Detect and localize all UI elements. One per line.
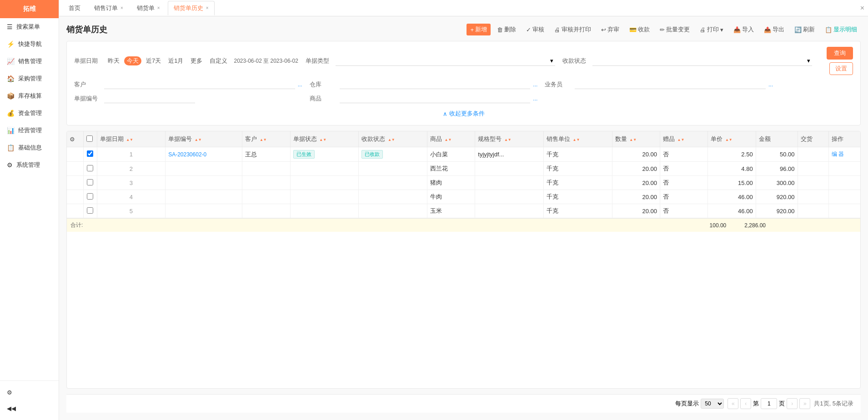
date-shortcut-today[interactable]: 今天 [124, 56, 141, 65]
date-shortcut-more[interactable]: 更多 [188, 56, 205, 65]
salesperson-input[interactable] [575, 80, 766, 89]
col-unit: 销售单位 ▲▼ [543, 131, 612, 147]
sort-gift-icon[interactable]: ▲▼ [677, 138, 685, 142]
sidebar-item-sales-mgmt[interactable]: 📈 销售管理 [0, 53, 59, 70]
table-settings-icon[interactable]: ⚙ [70, 136, 75, 143]
import-button[interactable]: 📥 导入 [730, 24, 758, 35]
new-icon: + [470, 26, 474, 33]
tab-bar-close-all[interactable]: × [860, 4, 864, 12]
sort-doc-date-icon[interactable]: ▲▼ [126, 138, 133, 142]
sort-unit-price-icon[interactable]: ▲▼ [725, 138, 733, 142]
select-all-checkbox[interactable] [86, 135, 93, 142]
page-label-before: 第 [753, 400, 759, 408]
row-doc-no[interactable] [166, 162, 242, 176]
warehouse-input[interactable] [340, 80, 531, 89]
row-goods: 猪肉 [427, 176, 475, 190]
tab-sales-goods-close[interactable]: × [157, 5, 160, 10]
date-shortcut-7days[interactable]: 近7天 [143, 56, 164, 65]
goods-more-icon[interactable]: ... [533, 95, 537, 102]
sidebar-bottom-item-2[interactable]: ◀◀ [0, 400, 59, 416]
sort-doc-no-icon[interactable]: ▲▼ [195, 138, 202, 142]
page-number-input[interactable] [761, 398, 777, 409]
page-prev-button[interactable]: ‹ [740, 398, 751, 409]
show-detail-button[interactable]: 📋 显示明细 [821, 24, 861, 35]
row-qty: 20.00 [612, 162, 660, 176]
row-transaction [798, 176, 828, 190]
row-doc-no[interactable] [166, 204, 242, 218]
row-select-checkbox[interactable] [87, 193, 93, 200]
sidebar-item-purchase-mgmt[interactable]: 🏠 采购管理 [0, 70, 59, 87]
row-customer [242, 204, 290, 218]
row-checkbox [83, 147, 97, 162]
customer-input[interactable] [104, 80, 295, 89]
abandon-button[interactable]: ↩ 弃审 [597, 24, 623, 35]
tab-sales-history[interactable]: 销货单历史 × [168, 1, 215, 15]
row-doc-no[interactable] [166, 190, 242, 204]
page-last-button[interactable]: » [799, 398, 810, 409]
customer-more-icon[interactable]: ... [298, 81, 302, 88]
page-next-button[interactable]: › [787, 398, 798, 409]
collect-icon: 💳 [629, 26, 637, 33]
sidebar-item-search-menu[interactable]: ☰ 搜索菜单 [0, 18, 59, 35]
sort-spec-icon[interactable]: ▲▼ [504, 138, 512, 142]
row-select-checkbox[interactable] [87, 150, 93, 157]
audit-button[interactable]: ✓ 审核 [522, 24, 548, 35]
tab-sales-order-close[interactable]: × [120, 5, 123, 10]
row-doc-status [290, 162, 359, 176]
row-select-checkbox[interactable] [87, 165, 93, 171]
col-collect-status-label: 收款状态 [361, 135, 385, 142]
export-button[interactable]: 📤 导出 [760, 24, 788, 35]
delete-button[interactable]: 🗑 删除 [493, 24, 520, 35]
sys-mgmt-icon: ⚙ [7, 161, 13, 169]
collect-button[interactable]: 💳 收款 [626, 24, 653, 35]
warehouse-more-icon[interactable]: ... [533, 81, 537, 88]
date-shortcut-custom[interactable]: 自定义 [207, 56, 230, 65]
edit-link[interactable]: 编 [832, 151, 837, 157]
tab-home[interactable]: 首页 [63, 1, 86, 15]
sort-unit-icon[interactable]: ▲▼ [573, 138, 580, 142]
col-doc-date: 单据日期 ▲▼ [97, 131, 166, 147]
new-button[interactable]: + 新增 [467, 24, 491, 35]
doc-type-select[interactable]: ▾ [336, 56, 555, 66]
page-size-label: 每页显示 [675, 400, 699, 408]
date-shortcut-1month[interactable]: 近1月 [166, 56, 186, 65]
tab-sales-goods[interactable]: 销货单 × [131, 1, 166, 15]
sort-doc-status-icon[interactable]: ▲▼ [319, 138, 326, 142]
collapse-button[interactable]: ∧ 收起更多条件 [74, 108, 853, 120]
goods-input[interactable] [340, 94, 531, 103]
date-shortcut-yesterday[interactable]: 昨天 [105, 56, 122, 65]
doc-no-link[interactable]: SA-20230602-0 [168, 151, 206, 158]
sort-qty-icon[interactable]: ▲▼ [629, 138, 637, 142]
more-link[interactable]: 器 [838, 151, 844, 157]
salesperson-more-icon[interactable]: ... [768, 81, 773, 88]
filter-item-warehouse: 仓库 ... [310, 80, 538, 89]
audit-print-button[interactable]: 🖨 审核并打印 [551, 24, 595, 35]
sort-collect-status-icon[interactable]: ▲▼ [388, 138, 395, 142]
query-button[interactable]: 查询 [827, 47, 853, 60]
row-transaction [798, 147, 828, 162]
refresh-button[interactable]: 🔄 刷新 [791, 24, 818, 35]
doc-no-input[interactable] [104, 94, 195, 103]
sidebar-item-ops-mgmt[interactable]: 📊 经营管理 [0, 122, 59, 139]
batch-change-button[interactable]: ✏ 批量变更 [656, 24, 693, 35]
sort-goods-icon[interactable]: ▲▼ [445, 138, 452, 142]
row-doc-no[interactable]: SA-20230602-0 [166, 147, 242, 162]
sidebar-item-base-info[interactable]: 📋 基础信息 [0, 139, 59, 156]
print-button[interactable]: 🖨 打印 ▾ [696, 24, 727, 35]
setting-button[interactable]: 设置 [829, 62, 853, 75]
sidebar-item-finance-mgmt[interactable]: 💰 资金管理 [0, 105, 59, 122]
tab-sales-history-close[interactable]: × [206, 5, 209, 10]
sidebar-item-sys-mgmt[interactable]: ⚙ 系统管理 [0, 156, 59, 174]
row-select-checkbox[interactable] [87, 179, 93, 185]
page-first-button[interactable]: « [728, 398, 738, 409]
sidebar-item-quick-nav[interactable]: ⚡ 快捷导航 [0, 35, 59, 53]
collect-status-select[interactable]: ▾ [592, 56, 812, 66]
row-select-checkbox[interactable] [87, 207, 93, 214]
page-size-dropdown[interactable]: 50 100 200 [701, 399, 724, 409]
row-doc-no[interactable] [166, 176, 242, 190]
sidebar-bottom-item-1[interactable]: ⚙ [0, 385, 59, 400]
col-settings[interactable]: ⚙ [67, 131, 83, 147]
sort-customer-icon[interactable]: ▲▼ [260, 138, 267, 142]
sidebar-item-inventory[interactable]: 📦 库存核算 [0, 87, 59, 105]
tab-sales-order[interactable]: 销售订单 × [88, 1, 129, 15]
